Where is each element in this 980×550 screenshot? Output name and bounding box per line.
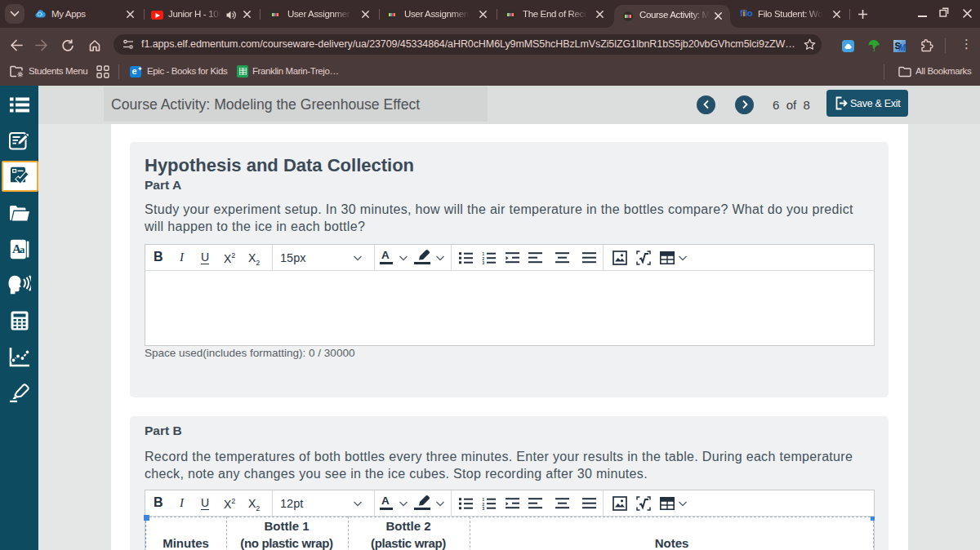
svg-text:3: 3 — [482, 261, 484, 264]
svg-text:2: 2 — [482, 503, 484, 507]
svg-text:1: 1 — [482, 498, 484, 502]
svg-text:2: 2 — [482, 256, 484, 260]
svg-text:a: a — [20, 244, 24, 255]
svg-text:1: 1 — [482, 252, 484, 256]
svg-text:3: 3 — [482, 507, 484, 510]
